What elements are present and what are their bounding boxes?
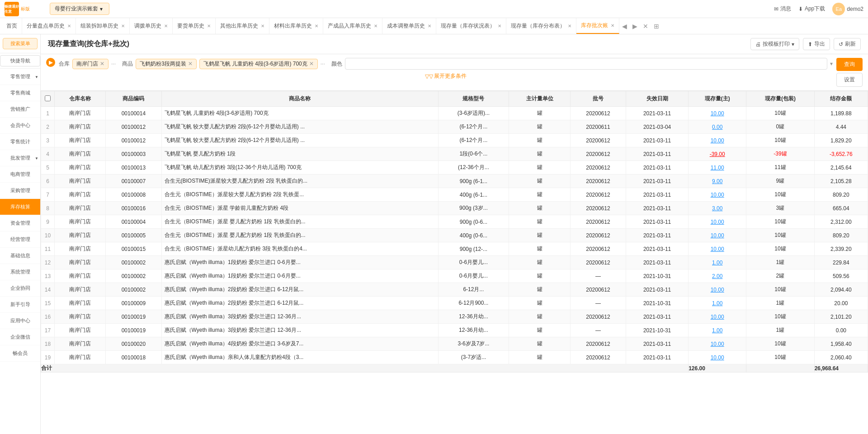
tab-close-icon[interactable]: ✕ — [568, 24, 571, 28]
tab-qi-ta-chu[interactable]: 其他出库单历史 ✕ — [216, 18, 269, 34]
tab-next-btn[interactable]: ▶ — [630, 23, 640, 30]
product-tag-1-remove[interactable]: ✕ — [188, 61, 193, 67]
workspace-selector[interactable]: 母婴行业演示账套 ▾ — [50, 3, 109, 15]
cell-qty-main[interactable]: 2.00 — [689, 269, 746, 283]
tab-close-icon[interactable]: ✕ — [315, 24, 318, 28]
sidebar-item-sys-mgmt[interactable]: 系统管理 — [0, 264, 40, 280]
sidebar-item-retail-mgmt[interactable]: 零售管理 — [0, 69, 40, 85]
avatar: Ea — [832, 3, 845, 15]
cell-qty-main[interactable]: 1.00 — [689, 256, 746, 269]
sidebar-item-base-info[interactable]: 基础信息 — [0, 248, 40, 264]
cell-qty-main[interactable]: 10.00 — [689, 134, 746, 147]
export-btn[interactable]: ⬆ 导出 — [803, 38, 830, 50]
search-menu-btn[interactable]: 搜索菜单 — [3, 38, 38, 49]
cell-expire: 2021-10-31 — [626, 297, 689, 310]
sidebar-item-guide[interactable]: 新手引导 — [0, 297, 40, 313]
sidebar-item-vip[interactable]: 畅会员 — [0, 345, 40, 362]
select-all-checkbox[interactable] — [45, 95, 51, 101]
cell-qty-main[interactable]: 10.00 — [689, 337, 746, 351]
cell-qty-main[interactable]: 0.00 — [689, 120, 746, 134]
user-menu[interactable]: Ea demo2 — [832, 3, 863, 15]
cell-qty-pkg: 10罐 — [746, 134, 814, 147]
sidebar-item-purchase[interactable]: 采购管理 — [0, 183, 40, 199]
cell-amount: 665.04 — [814, 202, 868, 215]
color-filter-arrow[interactable]: ▾ — [830, 61, 833, 67]
tab-close-icon[interactable]: ✕ — [374, 24, 377, 28]
cell-unit: 罐 — [509, 297, 571, 310]
tab-close-icon[interactable]: ✕ — [207, 24, 211, 28]
cell-no: 17 — [41, 324, 55, 337]
tab-close-icon[interactable]: ✕ — [611, 23, 614, 28]
settings-btn[interactable]: 设置 — [836, 73, 863, 87]
tab-close-icon[interactable]: ✕ — [164, 24, 168, 28]
cell-qty-main[interactable]: 1.00 — [689, 324, 746, 337]
tab-cheng-ben[interactable]: 成本调整单历史 ✕ — [382, 18, 436, 34]
cell-qty-main[interactable]: 10.00 — [689, 229, 746, 242]
cell-amount: 2,339.20 — [814, 242, 868, 256]
tab-ku-cun-pi[interactable]: 库存批次账 ✕ — [576, 18, 619, 34]
warehouse-tag-remove[interactable]: ✕ — [100, 61, 104, 67]
warehouse-more-btn[interactable]: ··· — [111, 61, 116, 67]
tab-fen-pan[interactable]: 分量盘点单历史 ✕ — [22, 18, 76, 34]
tab-close-icon[interactable]: ✕ — [261, 24, 264, 28]
col-checkbox[interactable] — [41, 91, 55, 107]
color-filter-input[interactable] — [345, 58, 827, 70]
tab-chan-pin-ru[interactable]: 产成品入库单历史 ✕ — [323, 18, 382, 34]
sidebar-item-retail-shop[interactable]: 零售商城 — [0, 85, 40, 101]
tab-close-icon[interactable]: ✕ — [121, 24, 125, 28]
tab-xian-cun-zhuang[interactable]: 现存量（库存状况表） ✕ — [436, 18, 506, 34]
product-more-btn[interactable]: ··· — [321, 61, 325, 67]
search-btn[interactable]: 查询 — [836, 58, 863, 71]
tab-yao-huo[interactable]: 要货单历史 ✕ — [173, 18, 216, 34]
sidebar-item-ops[interactable]: 经营管理 — [0, 231, 40, 248]
tab-home[interactable]: 首页 — [2, 18, 22, 34]
sidebar-item-batch-mgmt[interactable]: 批发管理 — [0, 150, 40, 166]
message-btn[interactable]: ✉ 消息 — [774, 5, 791, 13]
cell-qty-main[interactable]: 9.00 — [689, 175, 746, 188]
tab-prev-btn[interactable]: ◀ — [619, 23, 630, 30]
sidebar-item-ecom[interactable]: 电商管理 — [0, 166, 40, 183]
download-icon: ⬇ — [798, 6, 803, 12]
tab-zu-chai[interactable]: 组装拆卸单历史 ✕ — [76, 18, 130, 34]
tab-close-icon[interactable]: ✕ — [498, 24, 501, 28]
tab-cai-liao[interactable]: 材料出库单历史 ✕ — [269, 18, 323, 34]
tab-xian-cun-fen[interactable]: 现存量（库存分布表） ✕ — [506, 18, 576, 34]
refresh-btn[interactable]: ↺ 刷新 — [834, 38, 861, 50]
cell-expire: 2021-03-11 — [626, 215, 689, 229]
sidebar-item-marketing[interactable]: 营销推广 — [0, 101, 40, 118]
product-tag-2-remove[interactable]: ✕ — [309, 61, 314, 67]
print-btn[interactable]: 🖨 按模板打印 ▾ — [750, 38, 799, 50]
sidebar-item-app-center[interactable]: 应用中心 — [0, 313, 40, 329]
cell-qty-main[interactable]: 10.00 — [689, 351, 746, 364]
expand-filter-btn[interactable]: ▶ — [46, 58, 55, 67]
cell-qty-main[interactable]: 3.00 — [689, 202, 746, 215]
sidebar-item-finance[interactable]: 资金管理 — [0, 215, 40, 231]
cell-qty-pkg: 10罐 — [746, 351, 814, 364]
cell-code: 00100004 — [106, 215, 161, 229]
expand-conditions-btn[interactable]: ▽▽ 展开更多条件 — [422, 71, 469, 81]
app-download-btn[interactable]: ⬇ App下载 — [798, 5, 825, 13]
tab-diao-bo[interactable]: 调拨单历史 ✕ — [130, 18, 173, 34]
quick-nav-btn[interactable]: 快捷导航 — [0, 55, 40, 66]
sidebar-item-member[interactable]: 会员中心 — [0, 118, 40, 134]
cell-qty-main[interactable]: -39.00 — [689, 147, 746, 161]
cell-qty-main[interactable]: 11.00 — [689, 161, 746, 175]
tab-close-all-btn[interactable]: ✕ — [640, 23, 651, 30]
tab-close-icon[interactable]: ✕ — [428, 24, 431, 28]
cell-qty-main[interactable]: 10.00 — [689, 242, 746, 256]
sidebar-item-retail-stats[interactable]: 零售统计 — [0, 134, 40, 150]
cell-qty-main[interactable]: 1.00 — [689, 297, 746, 310]
sidebar: 搜索菜单 快捷导航 零售管理 零售商城 营销推广 会员中心 零售统计 — [0, 34, 41, 434]
cell-qty-main[interactable]: 10.00 — [689, 283, 746, 297]
cell-spec: (6-12个月... — [438, 120, 509, 134]
cell-qty-pkg: 1罐 — [746, 256, 814, 269]
tab-close-icon[interactable]: ✕ — [67, 24, 71, 28]
tab-menu-btn[interactable]: ⊞ — [651, 23, 662, 30]
sidebar-item-inventory[interactable]: 库存核算 — [0, 199, 40, 215]
cell-qty-main[interactable]: 10.00 — [689, 107, 746, 120]
cell-qty-main[interactable]: 10.00 — [689, 215, 746, 229]
cell-qty-main[interactable]: 10.00 — [689, 310, 746, 324]
sidebar-item-corp-wechat[interactable]: 企业微信 — [0, 329, 40, 345]
cell-qty-main[interactable]: 10.00 — [689, 188, 746, 202]
sidebar-item-corp[interactable]: 企业协同 — [0, 280, 40, 297]
